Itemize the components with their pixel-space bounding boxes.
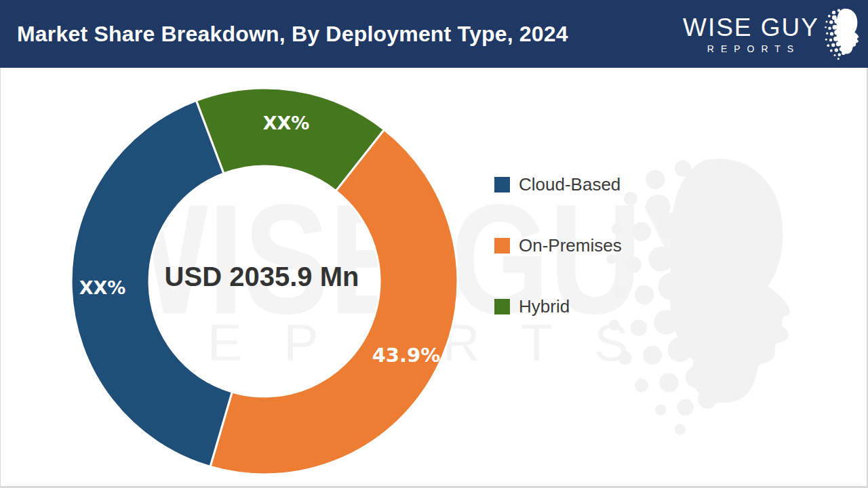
legend-swatch-hybrid (494, 299, 510, 314)
chart-canvas: WISE GUY REPORTS XX% XX% 43.9% USD 2035.… (0, 68, 868, 488)
donut-chart (1, 68, 868, 488)
legend-label-on-premises: On-Premises (519, 237, 622, 254)
legend-item-cloud-based: Cloud-Based (494, 176, 622, 193)
header-bar: Market Share Breakdown, By Deployment Ty… (0, 0, 868, 68)
brand-logo: WISE GUY REPORTS (683, 4, 861, 64)
legend-swatch-on-premises (494, 238, 510, 253)
slice-label-on-premises: 43.9% (372, 344, 441, 367)
brand-logo-text: WISE GUY REPORTS (683, 14, 819, 54)
brand-name: WISE GUY (683, 14, 819, 41)
legend-item-hybrid: Hybrid (494, 298, 622, 315)
donut-center-value: USD 2035.9 Mn (165, 262, 359, 292)
page-title: Market Share Breakdown, By Deployment Ty… (17, 22, 568, 47)
brand-subtitle: REPORTS (702, 43, 800, 54)
legend-swatch-cloud-based (494, 177, 510, 192)
chart-legend: Cloud-Based On-Premises Hybrid (494, 176, 622, 359)
brand-face-icon (821, 7, 861, 62)
slice-label-cloud-based: XX% (79, 277, 126, 298)
legend-label-cloud-based: Cloud-Based (519, 176, 620, 193)
slice-label-hybrid: XX% (263, 113, 310, 134)
legend-item-on-premises: On-Premises (494, 237, 622, 254)
legend-label-hybrid: Hybrid (519, 298, 570, 315)
